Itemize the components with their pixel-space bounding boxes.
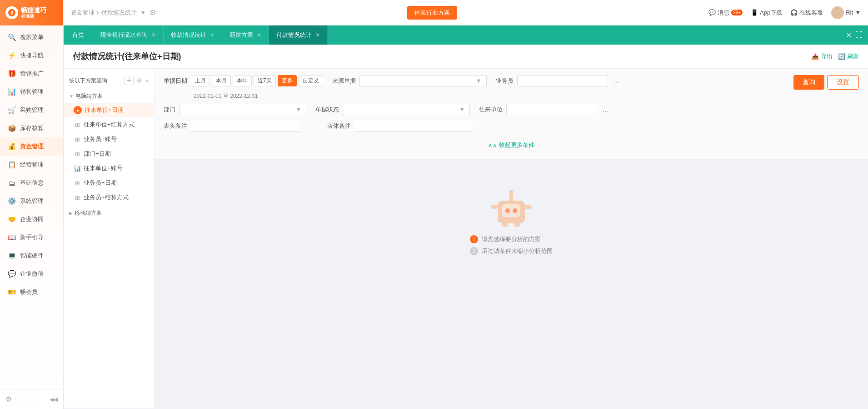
logo-icon: 6	[5, 6, 18, 19]
tab-newscheme[interactable]: 新建方案 ✕	[222, 25, 269, 45]
scheme-item-unit-account[interactable]: 📊 往来单位+账号	[64, 161, 154, 176]
sidebar-item-quicknav[interactable]: ⚡ 快捷导航	[0, 46, 63, 65]
add-scheme-icon[interactable]: +	[125, 76, 134, 85]
date-label: 单据日期	[164, 77, 187, 85]
sales-icon: 📊	[7, 87, 16, 96]
sidebar-item-system[interactable]: ⚙️ 系统管理	[0, 192, 63, 210]
svg-text:6: 6	[10, 10, 13, 15]
filter-row-1: 单据日期 上月 本月 本年 近7天 更多 自定义 来源单据	[164, 75, 859, 90]
scheme-item-staff-account[interactable]: ⊞ 业务员+账号	[64, 132, 154, 146]
app-download-action[interactable]: 📱 App下载	[751, 9, 782, 17]
wechat-icon: 💬	[7, 269, 16, 278]
date-btn-this-month[interactable]: 本月	[212, 75, 231, 86]
filter-partner: 往来单位 ...	[479, 104, 609, 115]
sidebar-item-marketing[interactable]: 🎁 营销推广	[0, 65, 63, 83]
dept-select[interactable]: ▼	[179, 104, 306, 115]
header-gear-icon[interactable]: ⚙	[150, 8, 156, 17]
panel-collapse-icon[interactable]: «	[145, 77, 149, 84]
date-btn-last7[interactable]: 近7天	[254, 75, 276, 86]
page-title: 付款情况统计(往来单位+日期)	[73, 51, 181, 62]
tab-receipts[interactable]: 收款情况统计 ✕	[164, 25, 222, 45]
scheme-settings-icon[interactable]: ⚙	[136, 77, 142, 84]
sidebar-item-purchase[interactable]: 🛒 采购管理	[0, 101, 63, 119]
sidebar-item-search[interactable]: 🔍 搜索菜单	[0, 28, 63, 46]
tab-payments[interactable]: 付款情况统计 ✕	[269, 25, 328, 45]
date-btn-more[interactable]: 更多	[278, 75, 297, 86]
partner-dots[interactable]: ...	[603, 106, 609, 114]
tab-close-receipts[interactable]: ✕	[210, 32, 215, 38]
tab-expand-icon[interactable]: ⛶	[855, 31, 863, 39]
empty-tip-1: 1 请先选择要分析的方案	[470, 235, 553, 243]
staff-dots[interactable]: ...	[614, 77, 619, 85]
member-icon: 🎫	[7, 288, 16, 297]
sidebar-item-sales[interactable]: 📊 销售管理	[0, 83, 63, 101]
scheme-item-dept-date[interactable]: ⊞ 部门+日期	[64, 146, 154, 161]
sidebar-item-inventory[interactable]: 📦 库存核算	[0, 119, 63, 137]
filter-area: 单据日期 上月 本月 本年 近7天 更多 自定义 来源单据	[155, 69, 868, 160]
voucher-status-select[interactable]: ▼	[343, 104, 470, 115]
user-menu[interactable]: Rit ▼	[831, 6, 861, 19]
purchase-icon: 🛒	[7, 106, 16, 115]
settings-button[interactable]: 设置	[827, 75, 859, 90]
sidebar-nav: 🔍 搜索菜单 ⚡ 快捷导航 🎁 营销推广 📊 销售管理 🛒 采购管理 📦 库存核…	[0, 25, 63, 389]
tab-close-newscheme[interactable]: ✕	[257, 32, 261, 38]
filter-staff: 业务员 ...	[496, 75, 619, 86]
refresh-button[interactable]: 🔄 刷新	[838, 52, 859, 61]
tab-close-all-icon[interactable]: ✕	[846, 31, 852, 40]
sidebar-item-hardware[interactable]: 💻 智能硬件	[0, 247, 63, 265]
trial-button[interactable]: 体验行业方案	[407, 6, 457, 20]
sidebar-item-guide[interactable]: 📖 新手引导	[0, 228, 63, 247]
date-range-display: 2022-01-01 至 2022-12-31	[192, 91, 859, 100]
source-label: 来源单据	[332, 77, 356, 85]
scheme-group-desktop-title[interactable]: ▼ 电脑端方案	[64, 90, 154, 103]
sidebar-item-member[interactable]: 🎫 畅会员	[0, 283, 63, 301]
scheme-item-unit-date[interactable]: ● 往来单位+日期	[64, 103, 154, 117]
scheme-group-mobile-title[interactable]: ▶ 移动端方案	[64, 207, 154, 220]
collapse-icon: ∧∧	[488, 142, 497, 149]
online-service-action[interactable]: 🎧 在线客服	[790, 9, 823, 17]
tab-cashflow[interactable]: 现金银行流水查询 ✕	[93, 25, 164, 45]
sidebar-item-collab[interactable]: 🤝 企业协同	[0, 210, 63, 228]
sidebar-item-finance[interactable]: 💰 资金管理	[0, 137, 63, 156]
voucher-status-label: 单据状态	[315, 106, 339, 114]
sidebar-collapse-icon[interactable]: ◀◀	[50, 396, 58, 403]
scheme-item-unit-settle[interactable]: ⊞ 往来单位+结算方式	[64, 117, 154, 132]
date-buttons: 上月 本月 本年 近7天 更多 自定义	[191, 75, 323, 86]
date-btn-custom[interactable]: 自定义	[299, 75, 323, 86]
date-btn-last-month[interactable]: 上月	[191, 75, 210, 86]
note-header-input[interactable]	[191, 121, 300, 131]
sidebar-item-operation[interactable]: 📋 经营管理	[0, 156, 63, 174]
note-body-input[interactable]	[354, 121, 473, 131]
breadcrumb-dropdown-icon[interactable]: ▼	[140, 10, 146, 16]
right-content: 单据日期 上月 本月 本年 近7天 更多 自定义 来源单据	[155, 69, 868, 408]
filter-source: 来源单据 ▼	[332, 75, 487, 86]
filter-date: 单据日期 上月 本月 本年 近7天 更多 自定义	[164, 75, 323, 86]
partner-input[interactable]	[506, 104, 597, 115]
avatar	[831, 6, 844, 19]
download-icon: 📱	[751, 9, 758, 16]
scheme-item-staff-settle[interactable]: ⊞ 业务员+结算方式	[64, 190, 154, 205]
header-left: 资金管理 > 付款情况统计 ▼ ⚙	[71, 8, 156, 17]
staff-input[interactable]	[517, 75, 608, 86]
tab-close-payments[interactable]: ✕	[315, 32, 320, 38]
source-select[interactable]: ▼	[359, 75, 487, 86]
query-button[interactable]: 查询	[793, 75, 824, 90]
messages-action[interactable]: 💬 消息 99+	[708, 9, 743, 17]
collapse-button[interactable]: ∧∧ 收起更多条件	[164, 137, 859, 153]
sidebar-item-wechat[interactable]: 💬 企业微信	[0, 265, 63, 283]
svg-rect-5	[502, 204, 520, 217]
svg-rect-11	[514, 222, 520, 227]
tab-home[interactable]: 首页	[64, 25, 93, 45]
breadcrumb: 资金管理 > 付款情况统计	[71, 9, 137, 17]
date-btn-this-year[interactable]: 本年	[233, 75, 252, 86]
tab-close-cashflow[interactable]: ✕	[151, 32, 156, 38]
system-icon: ⚙️	[7, 197, 16, 206]
empty-state: 1 请先选择要分析的方案 2 用过滤条件来缩小分析范围	[155, 160, 868, 283]
sidebar-item-basicinfo[interactable]: 🗂 基础信息	[0, 174, 63, 192]
export-button[interactable]: 📤 导出	[812, 52, 833, 61]
sidebar-settings-icon[interactable]: ⚙	[5, 395, 12, 404]
search-icon: 🔍	[7, 33, 16, 42]
headset-icon: 🎧	[790, 9, 798, 16]
scheme-item-staff-date[interactable]: ⊞ 业务员+日期	[64, 176, 154, 190]
filter-note-body: 表体备注	[327, 121, 473, 131]
